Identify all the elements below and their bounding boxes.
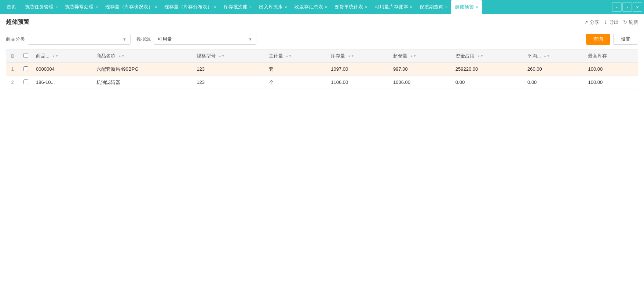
row-spec-0: 123: [193, 63, 265, 76]
row-max-stock-0: 100.00: [584, 63, 638, 76]
col-stock-label: 库存量: [331, 53, 345, 59]
col-over-stock[interactable]: 超储量 ▲▼: [389, 49, 452, 63]
close-icon-10[interactable]: ×: [476, 5, 478, 9]
close-icon-9[interactable]: ×: [445, 5, 447, 9]
close-icon-3[interactable]: ×: [214, 5, 216, 9]
datasource-select[interactable]: 可用量 ▼: [154, 34, 256, 45]
nav-tab-8[interactable]: 可用量库存账本 ×: [371, 0, 416, 14]
refresh-icon: ↻: [623, 19, 627, 25]
nav-tab-4[interactable]: 库存批次账 ×: [220, 0, 255, 14]
col-max-stock[interactable]: 最高库存: [584, 49, 638, 63]
settings-button[interactable]: 设置: [613, 34, 638, 45]
col-capital-label: 资金占用: [455, 53, 475, 59]
table-container: ⚙ 商品... ▲▼ 商品名称 ▲▼ 规格型号 ▲▼ 主计: [0, 49, 644, 89]
nav-tab-0[interactable]: 拣货任务管理 ×: [21, 0, 61, 14]
col-product-name[interactable]: 商品名称 ▲▼: [93, 49, 193, 63]
nav-arrows: ‹ › ×: [612, 2, 643, 12]
col-stock[interactable]: 库存量 ▲▼: [327, 49, 389, 63]
col-select-all[interactable]: [19, 49, 32, 63]
row-max-stock-1: 100.00: [584, 76, 638, 89]
nav-tab-label-4: 库存批次账: [224, 4, 248, 10]
close-icon-6[interactable]: ×: [325, 5, 327, 9]
row-unit-1: 个: [265, 76, 328, 89]
row-product-name-1: 机油滤清器: [93, 76, 193, 89]
share-button[interactable]: ➚ 分享: [584, 19, 599, 26]
row-checkbox-cell-1[interactable]: [19, 76, 32, 89]
col-over-stock-label: 超储量: [393, 53, 407, 59]
query-button[interactable]: 查询: [586, 34, 610, 45]
settings-icon[interactable]: ⚙: [10, 53, 15, 59]
nav-tab-6[interactable]: 收发存汇总表 ×: [291, 0, 331, 14]
close-icon-4[interactable]: ×: [249, 5, 252, 9]
chevron-down-icon: ▼: [122, 37, 127, 41]
nav-tab-label-8: 可用量库存账本: [375, 4, 408, 10]
nav-tab-label-3: 现存量（库存分布表）: [164, 4, 212, 10]
col-product-code[interactable]: 商品... ▲▼: [32, 49, 93, 63]
close-icon-7[interactable]: ×: [365, 5, 367, 9]
nav-next-button[interactable]: ›: [622, 2, 632, 12]
col-max-stock-label: 最高库存: [588, 53, 607, 59]
datasource-label: 数据源: [136, 36, 151, 42]
row-stock-1: 1106.00: [327, 76, 389, 89]
col-avg[interactable]: 平均... ▲▼: [524, 49, 584, 63]
row-avg-1: 0.00: [524, 76, 584, 89]
row-product-code-1: 186-10...: [32, 76, 93, 89]
page-header: 超储预警 ➚ 分享 ⇓ 导出 ↻ 刷新: [0, 14, 644, 29]
nav-tab-7[interactable]: 要货单统计表 ×: [331, 0, 371, 14]
refresh-button[interactable]: ↻ 刷新: [623, 19, 638, 26]
share-icon: ➚: [584, 19, 588, 25]
sort-icon-product-name: ▲▼: [118, 55, 125, 58]
col-product-code-label: 商品...: [36, 53, 50, 59]
row-over-stock-0: 997.00: [389, 63, 452, 76]
data-table: ⚙ 商品... ▲▼ 商品名称 ▲▼ 规格型号 ▲▼ 主计: [6, 49, 638, 89]
table-row: 2 186-10... 机油滤清器 123 个 1106.00 1006.00 …: [6, 76, 638, 89]
col-spec-label: 规格型号: [197, 53, 216, 59]
refresh-label: 刷新: [629, 19, 638, 26]
close-icon-1[interactable]: ×: [95, 5, 98, 9]
sort-icon-avg: ▲▼: [544, 55, 550, 58]
nav-tab-label-6: 收发存汇总表: [294, 4, 323, 10]
nav-tab-2[interactable]: 现存量（库存状况表） ×: [102, 0, 161, 14]
col-gear: ⚙: [6, 49, 19, 63]
sort-icon-spec: ▲▼: [218, 55, 225, 58]
nav-tab-label-2: 现存量（库存状况表）: [105, 4, 153, 10]
sort-icon-stock: ▲▼: [348, 55, 354, 58]
row-spec-1: 123: [193, 76, 265, 89]
row-capital-1: 0.00: [452, 76, 524, 89]
row-product-name-0: 六配套新昌490BPG: [93, 63, 193, 76]
nav-more-button[interactable]: ×: [633, 2, 642, 12]
row-capital-0: 259220.00: [452, 63, 524, 76]
row-checkbox-0[interactable]: [23, 66, 28, 71]
table-header-row: ⚙ 商品... ▲▼ 商品名称 ▲▼ 规格型号 ▲▼ 主计: [6, 49, 638, 63]
row-avg-0: 260.00: [524, 63, 584, 76]
close-icon-8[interactable]: ×: [410, 5, 412, 9]
col-unit-label: 主计量: [269, 53, 283, 59]
row-checkbox-cell-0[interactable]: [19, 63, 32, 76]
close-icon-5[interactable]: ×: [285, 5, 287, 9]
nav-tab-label-7: 要货单统计表: [334, 4, 363, 10]
col-spec[interactable]: 规格型号 ▲▼: [193, 49, 265, 63]
nav-tab-10[interactable]: 超储预警 ×: [451, 0, 482, 14]
sort-icon-unit: ▲▼: [285, 55, 292, 58]
nav-tab-3[interactable]: 现存量（库存分布表） ×: [161, 0, 220, 14]
category-select[interactable]: ▼: [28, 34, 131, 45]
nav-tab-label-10: 超储预警: [455, 4, 474, 10]
row-unit-0: 套: [265, 63, 328, 76]
nav-home[interactable]: 首页: [1, 4, 21, 10]
export-button[interactable]: ⇓ 导出: [604, 19, 619, 26]
col-unit[interactable]: 主计量 ▲▼: [265, 49, 328, 63]
row-checkbox-1[interactable]: [23, 79, 28, 84]
nav-tab-1[interactable]: 拣货异常处理 ×: [61, 0, 101, 14]
col-avg-label: 平均...: [527, 53, 541, 59]
export-label: 导出: [609, 19, 619, 26]
row-product-code-0: 0000004: [32, 63, 93, 76]
close-icon-2[interactable]: ×: [155, 5, 157, 9]
datasource-value: 可用量: [158, 36, 172, 42]
chevron-down-icon-2: ▼: [248, 37, 252, 41]
nav-tab-9[interactable]: 保质期查询 ×: [416, 0, 451, 14]
nav-tab-5[interactable]: 出入库流水 ×: [255, 0, 290, 14]
nav-prev-button[interactable]: ‹: [612, 2, 622, 12]
col-capital[interactable]: 资金占用 ▲▼: [452, 49, 524, 63]
select-all-checkbox[interactable]: [23, 53, 28, 58]
close-icon-0[interactable]: ×: [55, 5, 58, 9]
